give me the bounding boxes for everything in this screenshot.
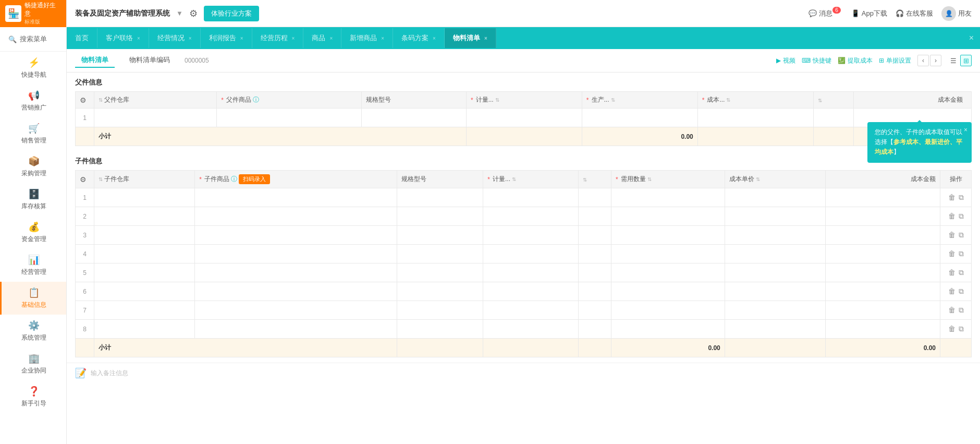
child-goods-cell-3[interactable] — [195, 226, 397, 245]
child-unit-cell-1[interactable] — [483, 188, 578, 207]
sort-icon[interactable]: ⇅ — [647, 176, 652, 182]
search-menu-button[interactable]: 🔍 搜索菜单 — [4, 31, 62, 47]
copy-icon[interactable]: ⧉ — [959, 231, 964, 239]
video-button[interactable]: ▶ 视频 — [776, 56, 795, 65]
message-button[interactable]: 💬 消息 6 — [808, 9, 843, 18]
parent-production-cell[interactable] — [582, 109, 697, 127]
child-unit-cell-3[interactable] — [483, 226, 578, 245]
sidebar-search[interactable]: 🔍 搜索菜单 — [0, 27, 66, 52]
single-settings-button[interactable]: ⊞ 单据设置 — [879, 56, 911, 65]
list-view-button[interactable]: ☰ — [948, 55, 959, 66]
child-spec-cell-7[interactable] — [397, 301, 483, 320]
user-menu[interactable]: 👤 用友 — [941, 6, 972, 21]
copy-icon[interactable]: ⧉ — [959, 306, 964, 315]
child-needed-cell-4[interactable] — [611, 245, 725, 263]
sidebar-item-marketing[interactable]: 📢 营销推广 — [0, 85, 66, 117]
child-goods-cell-6[interactable] — [195, 282, 397, 301]
tab-close-icon[interactable]: × — [433, 35, 436, 41]
prev-button[interactable]: ‹ — [917, 55, 929, 66]
sidebar-item-enterprise[interactable]: 🏢 企业协同 — [0, 347, 66, 380]
tab-customers[interactable]: 客户联络 × — [97, 28, 149, 48]
parent-warehouse-cell[interactable] — [94, 109, 217, 127]
sidebar-item-finance[interactable]: 💰 资金管理 — [0, 216, 66, 249]
parent-unit-cell[interactable] — [466, 109, 582, 127]
child-unit-cost-cell-6[interactable] — [725, 282, 825, 301]
sidebar-item-sales[interactable]: 🛒 销售管理 — [0, 117, 66, 150]
tab-barcode[interactable]: 条码方案 × — [393, 28, 445, 48]
child-unit-cost-cell-1[interactable] — [725, 188, 825, 207]
child-warehouse-cell-4[interactable] — [94, 245, 195, 263]
child-unit-cell-5[interactable] — [483, 263, 578, 282]
tab-close-icon[interactable]: × — [484, 35, 487, 41]
delete-icon[interactable]: 🗑 — [948, 306, 956, 315]
child-unit-cell-2[interactable] — [483, 207, 578, 226]
child-unit-cell-8[interactable] — [483, 320, 578, 339]
tab-close-icon[interactable]: × — [137, 35, 140, 41]
child-unit-cost-cell-7[interactable] — [725, 301, 825, 320]
dropdown-arrow-icon[interactable]: ▼ — [176, 9, 183, 17]
app-download-button[interactable]: 📱 App下载 — [851, 9, 887, 18]
delete-icon[interactable]: 🗑 — [948, 325, 956, 333]
tab-operation-status[interactable]: 经营情况 × — [149, 28, 201, 48]
child-needed-cell-3[interactable] — [611, 226, 725, 245]
tab-close-icon[interactable]: × — [329, 35, 333, 41]
child-warehouse-cell-7[interactable] — [94, 301, 195, 320]
child-warehouse-cell-2[interactable] — [94, 207, 195, 226]
child-unit-cost-cell-3[interactable] — [725, 226, 825, 245]
sidebar-item-operation[interactable]: 📊 经营管理 — [0, 249, 66, 282]
parent-spec-cell[interactable] — [361, 109, 466, 127]
sort-icon[interactable]: ⇅ — [99, 176, 103, 182]
child-spec-cell-2[interactable] — [397, 207, 483, 226]
sidebar-item-inventory[interactable]: 🗄️ 库存核算 — [0, 183, 66, 216]
child-spec-cell-5[interactable] — [397, 263, 483, 282]
child-needed-cell-5[interactable] — [611, 263, 725, 282]
child-needed-cell-7[interactable] — [611, 301, 725, 320]
child-unit-cell-4[interactable] — [483, 245, 578, 263]
child-spec-cell-6[interactable] — [397, 282, 483, 301]
tab-close-icon[interactable]: × — [292, 35, 295, 41]
gear-icon[interactable]: ⚙ — [189, 8, 198, 19]
sidebar-item-system[interactable]: ⚙️ 系统管理 — [0, 315, 66, 347]
child-needed-cell-2[interactable] — [611, 207, 725, 226]
delete-icon[interactable]: 🗑 — [948, 268, 956, 277]
child-goods-cell-2[interactable] — [195, 207, 397, 226]
scan-input-button[interactable]: 扫码录入 — [239, 174, 270, 184]
sort-icon[interactable]: ⇅ — [726, 97, 730, 103]
tab-profit-report[interactable]: 利润报告 × — [201, 28, 252, 48]
child-goods-cell-8[interactable] — [195, 320, 397, 339]
child-warehouse-cell-8[interactable] — [94, 320, 195, 339]
online-service-button[interactable]: 🎧 在线客服 — [896, 9, 933, 18]
copy-icon[interactable]: ⧉ — [959, 193, 964, 202]
child-spec-cell-8[interactable] — [397, 320, 483, 339]
child-warehouse-cell-5[interactable] — [94, 263, 195, 282]
delete-icon[interactable]: 🗑 — [948, 212, 956, 221]
child-warehouse-cell-6[interactable] — [94, 282, 195, 301]
tab-close-icon[interactable]: × — [381, 35, 384, 41]
child-unit-cell-7[interactable] — [483, 301, 578, 320]
col-settings-icon[interactable]: ⚙ — [80, 96, 87, 104]
sidebar-item-guide[interactable]: ❓ 新手引导 — [0, 380, 66, 413]
child-warehouse-cell-3[interactable] — [94, 226, 195, 245]
child-spec-cell-4[interactable] — [397, 245, 483, 263]
sort-icon[interactable]: ⇅ — [818, 98, 822, 103]
delete-icon[interactable]: 🗑 — [948, 231, 956, 239]
sort-icon[interactable]: ⇅ — [611, 97, 615, 103]
child-spec-cell-3[interactable] — [397, 226, 483, 245]
tab-bom[interactable]: 物料清单 × — [445, 28, 496, 48]
sub-tab-bom-list[interactable]: 物料清单 — [75, 53, 115, 68]
child-needed-cell-8[interactable] — [611, 320, 725, 339]
tab-close-icon[interactable]: × — [189, 35, 192, 41]
tab-operation-history[interactable]: 经营历程 × — [252, 28, 304, 48]
sidebar-item-basic-info[interactable]: 📋 基础信息 — [0, 282, 66, 315]
child-warehouse-cell-1[interactable] — [94, 188, 195, 207]
tab-goods[interactable]: 商品 × — [303, 28, 341, 48]
grid-view-button[interactable]: ⊞ — [960, 55, 972, 66]
sub-tab-bom-code[interactable]: 物料清单编码 — [123, 53, 176, 68]
next-button[interactable]: › — [930, 55, 941, 66]
col-settings-icon[interactable]: ⚙ — [80, 175, 87, 184]
sidebar-item-quick-nav[interactable]: ⚡ 快捷导航 — [0, 52, 66, 85]
child-unit-cost-cell-8[interactable] — [725, 320, 825, 339]
child-unit-cost-cell-5[interactable] — [725, 263, 825, 282]
child-unit-cell-6[interactable] — [483, 282, 578, 301]
parent-cost-cell[interactable] — [697, 109, 813, 127]
